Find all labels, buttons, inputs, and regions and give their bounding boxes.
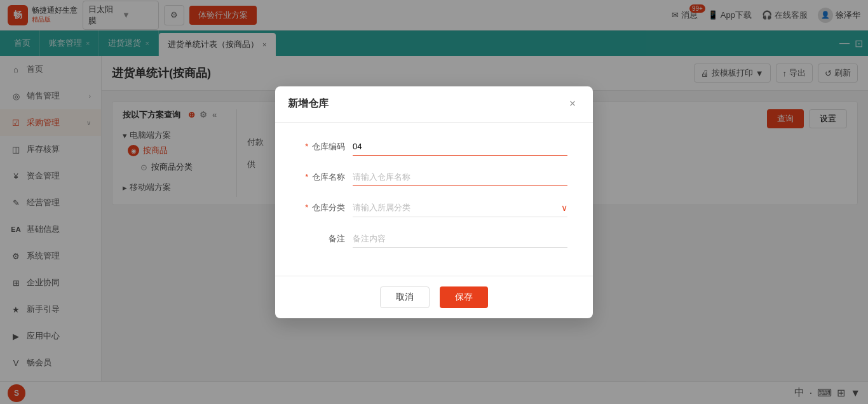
modal-body: * 仓库编码 * 仓库名称 * 仓库分类 xyxy=(275,123,593,276)
code-label: * 仓库编码 xyxy=(301,141,345,152)
note-label: 备注 xyxy=(301,233,345,245)
category-label: * 仓库分类 xyxy=(301,202,345,213)
category-input[interactable] xyxy=(353,203,561,212)
cancel-button[interactable]: 取消 xyxy=(380,286,430,308)
note-input[interactable] xyxy=(353,230,567,248)
name-label: * 仓库名称 xyxy=(301,172,345,183)
modal-title: 新增仓库 xyxy=(288,97,329,111)
form-row-code: * 仓库编码 xyxy=(301,138,567,156)
add-warehouse-modal: 新增仓库 × * 仓库编码 * 仓库名称 xyxy=(275,86,593,318)
category-select[interactable]: ∨ xyxy=(353,199,567,217)
modal-footer: 取消 保存 xyxy=(275,276,593,318)
form-row-note: 备注 xyxy=(301,230,567,248)
modal-header: 新增仓库 × xyxy=(275,86,593,123)
chevron-down-icon: ∨ xyxy=(561,203,567,213)
form-row-category: * 仓库分类 ∨ xyxy=(301,199,567,217)
code-input[interactable] xyxy=(353,138,567,156)
save-button[interactable]: 保存 xyxy=(440,286,488,308)
modal-close-button[interactable]: × xyxy=(565,97,580,112)
name-input[interactable] xyxy=(353,168,567,186)
modal-overlay[interactable]: 新增仓库 × * 仓库编码 * 仓库名称 xyxy=(0,0,868,404)
form-row-name: * 仓库名称 xyxy=(301,168,567,186)
